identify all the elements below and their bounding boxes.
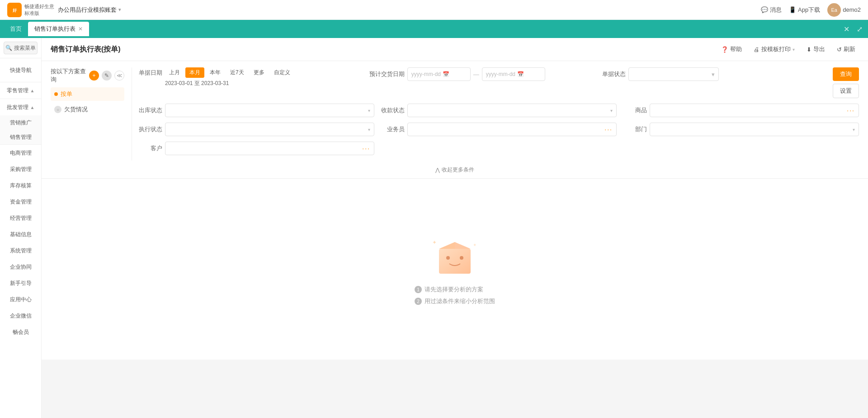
search-icon: 🔍 [5,45,12,51]
expected-date-label: 预计交货日期 [369,70,405,78]
empty-illustration: ✦ ✦ · [428,233,482,278]
data-area: ✦ ✦ · 1 请先选择要分析的方案 2 用过滤条件来缩小分析范围 [42,179,868,360]
print-label: 按模板打印 [761,45,791,53]
svg-point-6 [460,256,463,260]
date-btn-custom[interactable]: 自定义 [270,67,294,78]
out-status-label: 出库状态 [137,106,162,114]
payment-status-field: 收款状态 ▾ [380,104,617,117]
filter-action-btns: 查询 设置 [833,67,859,98]
print-arrow-icon: ▾ [793,47,795,52]
customer-input[interactable]: ··· [165,142,374,155]
out-status-select[interactable]: ▾ [165,104,374,117]
sidebar-item-quick-nav[interactable]: 快捷导航 [0,62,41,78]
empty-tips: 1 请先选择要分析的方案 2 用过滤条件来缩小分析范围 [415,285,495,305]
app-download-btn[interactable]: 📱 App下载 [789,6,820,14]
svg-point-5 [446,256,450,260]
tab-close-window-icon[interactable]: ✕ [842,24,851,34]
customer-field: 客户 ··· [137,142,374,155]
tab-expand-icon[interactable]: ⤢ [855,24,864,34]
system-label: 系统管理 [10,247,32,255]
sidebar-item-guide[interactable]: 新手引导 [0,275,41,291]
expected-date-field: 预计交货日期 yyyy-mm-dd 📅 — yyyy-mm-dd 📅 [369,67,596,81]
expected-date-start-input[interactable]: yyyy-mm-dd 📅 [407,67,471,81]
collapse-label: 收起更多条件 [442,166,474,174]
sidebar-item-app-center[interactable]: 应用中心 [0,291,41,308]
salesman-input[interactable]: ··· [407,123,617,136]
dept-select[interactable]: ▾ [650,123,859,136]
status-select[interactable]: ▾ [628,67,719,81]
user-profile[interactable]: Ea demo2 [827,3,861,17]
sidebar-subitem-marketing[interactable]: 营销推广 [0,115,41,130]
print-btn[interactable]: 🖨 按模板打印 ▾ [750,43,798,55]
help-btn[interactable]: ❓ 帮助 [717,43,745,55]
sidebar-search-btn[interactable]: 🔍 搜索菜单 [4,42,38,54]
payment-status-select[interactable]: ▾ [407,104,617,117]
sidebar-item-purchase[interactable]: 采购管理 [0,161,41,177]
filter-scheme-header: 按以下方案查询 + ✎ ≪ [51,67,124,84]
breadcrumb[interactable]: 办公用品行业模拟账套 ▾ [58,6,121,14]
sidebar-item-member[interactable]: 畅会员 [0,324,41,340]
tab-bar: 首页 销售订单执行表 ✕ ✕ ⤢ [0,20,868,38]
tab-close-icon[interactable]: ✕ [78,26,83,32]
guide-label: 新手引导 [10,280,32,287]
sidebar-item-inventory[interactable]: 库存核算 [0,177,41,194]
refresh-label: 刷新 [844,45,855,53]
exec-status-select[interactable]: ▾ [165,123,374,136]
svg-rect-2 [439,249,471,274]
sidebar-item-operations[interactable]: 经营管理 [0,210,41,226]
sidebar-item-retail[interactable]: 零售管理 ▲ [0,82,41,99]
tab-sales-order[interactable]: 销售订单执行表 ✕ [28,22,89,36]
svg-text:好: 好 [12,8,17,13]
sidebar-item-ecommerce[interactable]: 电商管理 [0,145,41,161]
scheme-edit-btn[interactable]: ✎ [102,71,112,81]
salesman-field: 业务员 ··· [380,123,617,136]
scheme-add-btn[interactable]: + [89,71,99,81]
date-quick-btns: 上月 本月 本年 近7天 更多 自定义 [165,67,294,78]
wholesale-label: 批发管理 [7,104,28,111]
message-btn[interactable]: 💬 消息 [761,6,782,14]
product-field: 商品 ··· [622,104,859,117]
status-field: 单据状态 ▾ [601,67,827,81]
member-label: 畅会员 [13,328,29,336]
scheme-item-按单[interactable]: 按单 [51,87,124,101]
date-btn-last-month[interactable]: 上月 [165,67,184,78]
scheme-dot [54,92,58,96]
export-btn[interactable]: ⬇ 导出 [803,43,829,55]
sidebar-quick-nav: 快捷导航 [0,58,41,82]
sidebar-item-wholesale[interactable]: 批发管理 ▲ [0,99,41,115]
date-btn-more[interactable]: 更多 [250,67,269,78]
product-input[interactable]: ··· [650,104,859,117]
expected-date-end-input[interactable]: yyyy-mm-dd 📅 [482,67,545,81]
logo-area[interactable]: 好 畅捷通好生意 标准版 [7,3,54,17]
sidebar-item-basic-info[interactable]: 基础信息 [0,226,41,242]
scheme-name: 按单 [61,90,72,98]
svg-marker-3 [439,242,455,249]
sidebar-item-system[interactable]: 系统管理 [0,242,41,259]
date-btn-this-year[interactable]: 本年 [206,67,225,78]
scheme-item-debt[interactable]: ○ 欠货情况 [51,103,124,116]
search-btn[interactable]: 查询 [833,67,859,81]
settings-btn[interactable]: 设置 [833,84,859,98]
marketing-label: 营销推广 [10,119,32,127]
refresh-btn[interactable]: ↺ 刷新 [833,43,859,55]
tab-home[interactable]: 首页 [4,22,28,36]
sales-mgmt-label: 销售管理 [10,133,32,141]
ecommerce-label: 电商管理 [10,149,32,157]
date-btn-7days[interactable]: 近7天 [226,67,248,78]
filter-scheme-panel: 按以下方案查询 + ✎ ≪ 按单 ○ 欠货情况 [51,67,132,161]
sidebar-subitem-sales-mgmt[interactable]: 销售管理 [0,130,41,144]
date-btn-this-month[interactable]: 本月 [185,67,204,78]
date-range-text: 2023-03-01 至 2023-03-31 [165,80,229,87]
collapse-up-icon: ⋀ [435,167,440,173]
collapse-btn[interactable]: ⋀ 收起更多条件 [42,166,868,178]
sidebar-item-finance[interactable]: 资金管理 [0,194,41,210]
sidebar-item-enterprise[interactable]: 企业协同 [0,259,41,275]
sidebar-item-wechat[interactable]: 企业微信 [0,308,41,324]
exec-status-arrow-icon: ▾ [368,127,370,132]
sidebar: 🔍 搜索菜单 快捷导航 零售管理 ▲ 批发管理 ▲ 营销推广 销售管理 [0,38,42,418]
scheme-collapse-btn[interactable]: ≪ [114,71,124,81]
tab-bar-actions: ✕ ⤢ [842,24,864,34]
scheme-icons: + ✎ ≪ [89,71,124,81]
quick-nav-label: 快捷导航 [10,66,32,74]
export-label: 导出 [813,45,825,53]
